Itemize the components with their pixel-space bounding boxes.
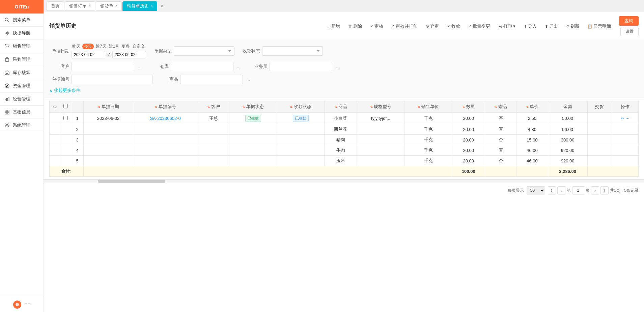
row-checkbox[interactable] (63, 116, 68, 120)
sidebar-item-sales-mgmt[interactable]: 销售管理 (0, 40, 44, 53)
tab-close-sales-order[interactable]: × (89, 4, 91, 8)
next-page-button[interactable]: › (591, 186, 599, 194)
goods-input[interactable] (180, 75, 243, 84)
total-end-spacer (587, 166, 638, 177)
audit-print-button[interactable]: ✓ 审核并打印 (389, 22, 420, 31)
sidebar-bottom-icon1[interactable] (13, 301, 21, 309)
collect-status-select[interactable] (262, 46, 323, 56)
svg-rect-11 (5, 112, 7, 114)
date-tab-7days[interactable]: 近7天 (95, 43, 107, 50)
warehouse-input[interactable] (171, 62, 233, 71)
select-all-checkbox[interactable] (63, 104, 68, 108)
sales-rep-input[interactable] (270, 62, 332, 71)
customer-input[interactable] (72, 62, 134, 71)
svg-rect-7 (7, 98, 8, 101)
tab-sales-goods[interactable]: 销货单 × (96, 1, 122, 11)
doc-date-cell: 2023-06-02 (84, 113, 133, 124)
sales-rep-ellipsis[interactable]: ... (334, 64, 341, 69)
date-tab-1month[interactable]: 近1月 (108, 43, 120, 50)
last-page-button[interactable]: ⟫ (600, 186, 609, 194)
show-detail-button[interactable]: 📋 显示明细 (585, 22, 614, 31)
sidebar-item-quick-nav[interactable]: 快捷导航 (0, 27, 44, 40)
sidebar-item-system-mgmt[interactable]: 系统管理 (0, 119, 44, 132)
collapse-filter-button[interactable]: ∧ 收起更多条件 (49, 87, 639, 94)
date-to-input[interactable] (112, 51, 146, 58)
scrollbar-thumb[interactable] (98, 180, 165, 183)
sidebar-item-search-menu[interactable]: 搜索菜单 (0, 14, 44, 27)
audit-button[interactable]: ✓ 审核 (367, 22, 386, 31)
table-footer: 每页显示 50 100 200 ⟪ ‹ 第 页 › ⟫ 共1页，5条记录 (44, 183, 644, 198)
print-icon: 🖨 (498, 24, 502, 29)
table-settings-icon[interactable]: ⚙ (53, 104, 57, 109)
date-from-input[interactable] (72, 51, 105, 58)
collect-button[interactable]: ✓ 收款 (444, 22, 463, 31)
col-settings[interactable]: ⚙ (50, 101, 60, 113)
doc-status-cell (229, 156, 277, 166)
edit-action-button[interactable]: ✏ (620, 116, 625, 121)
col-spec[interactable]: ⇅ 规格型号 (357, 101, 404, 113)
total-unit-price-spacer (516, 166, 548, 177)
delete-button[interactable]: 🗑 删除 (345, 22, 365, 31)
refresh-button[interactable]: ↻ 刷新 (563, 22, 582, 31)
setting-button[interactable]: 设置 (620, 27, 639, 36)
per-page-select[interactable]: 50 100 200 (527, 186, 545, 194)
prev-page-button[interactable]: ‹ (557, 186, 565, 194)
sidebar-item-finance-mgmt[interactable]: 资金管理 (0, 79, 44, 93)
warehouse-label: 仓库 (148, 63, 169, 70)
doc-type-select[interactable] (174, 46, 234, 56)
col-sales-unit[interactable]: ⇅ 销售单位 (404, 101, 452, 113)
window-close-button[interactable]: × (161, 3, 163, 9)
col-doc-status[interactable]: ⇅ 单据状态 (229, 101, 277, 113)
sidebar-item-purchase-mgmt[interactable]: 采购管理 (0, 53, 44, 66)
col-unit-price[interactable]: ⇅ 单价 (516, 101, 548, 113)
row-no-cell: 3 (71, 135, 84, 145)
import-button[interactable]: ⬇ 导入 (521, 22, 539, 31)
export-button[interactable]: ⬆ 导出 (542, 22, 561, 31)
row-no-cell: 5 (71, 156, 84, 166)
warehouse-ellipsis[interactable]: ... (235, 64, 242, 69)
sidebar-item-operation-mgmt[interactable]: 经营管理 (0, 93, 44, 106)
sidebar-item-basic-info[interactable]: 基础信息 (0, 106, 44, 119)
col-gift[interactable]: ⇅ 赠品 (485, 101, 516, 113)
date-tab-more[interactable]: 更多 (121, 43, 131, 50)
col-customer[interactable]: ⇅ 客户 (198, 101, 229, 113)
doc-status-cell: 已生效 (229, 113, 277, 124)
settings-cell (50, 113, 60, 124)
goods-ellipsis[interactable]: ... (245, 77, 252, 82)
spec-cell (357, 145, 404, 156)
col-doc-no[interactable]: ⇅ 单据编号 (133, 101, 198, 113)
horizontal-scrollbar[interactable] (44, 179, 644, 183)
col-collect-status[interactable]: ⇅ 收款状态 (277, 101, 325, 113)
batch-change-button[interactable]: ✓ 批量变更 (466, 22, 493, 31)
date-tab-custom[interactable]: 自定义 (132, 43, 145, 50)
col-quantity[interactable]: ⇅ 数量 (452, 101, 485, 113)
doc-no-input[interactable] (72, 75, 152, 84)
page-content: 销货单历史 + 新增 🗑 删除 ✓ 审核 ✓ 审核并打印 (44, 12, 644, 312)
sidebar-item-inventory-calc[interactable]: 库存核算 (0, 66, 44, 79)
tab-close-sales-history[interactable]: × (151, 4, 153, 8)
date-tab-yesterday[interactable]: 昨天 (72, 43, 81, 50)
first-page-button[interactable]: ⟪ (548, 186, 556, 194)
sales-unit-cell: 千克 (404, 124, 452, 135)
print-button[interactable]: 🖨 打印 ▾ (496, 22, 518, 31)
date-tab-today[interactable]: 今天 (82, 44, 94, 49)
per-page-label: 每页显示 (508, 188, 524, 193)
customer-ellipsis[interactable]: ... (136, 64, 143, 69)
amount-cell: 920.00 (548, 156, 587, 166)
page-number-input[interactable] (572, 186, 584, 194)
tab-sales-order[interactable]: 销售订单 × (65, 1, 95, 11)
filter-area: 单据日期 昨天 今天 近7天 近1月 更多 自定义 至 (44, 39, 644, 98)
tab-close-sales-goods[interactable]: × (115, 4, 117, 8)
tab-home[interactable]: 首页 (47, 1, 64, 11)
spec-cell (357, 124, 404, 135)
col-doc-date[interactable]: ⇅ 单据日期 (84, 101, 133, 113)
sidebar-bottom-icon2[interactable] (24, 301, 31, 309)
doc-no-link[interactable]: SA-20230602-0 (150, 116, 181, 121)
tab-sales-history[interactable]: 销货单历史 × (122, 1, 157, 11)
query-button[interactable]: 查询 (619, 16, 639, 26)
more-action-button[interactable]: ⋯ (625, 116, 630, 121)
col-goods[interactable]: ⇅ 商品 (325, 101, 357, 113)
abandon-button[interactable]: ⊘ 弃审 (423, 22, 442, 31)
export-icon: ⬆ (545, 24, 548, 29)
new-button[interactable]: + 新增 (325, 22, 343, 31)
